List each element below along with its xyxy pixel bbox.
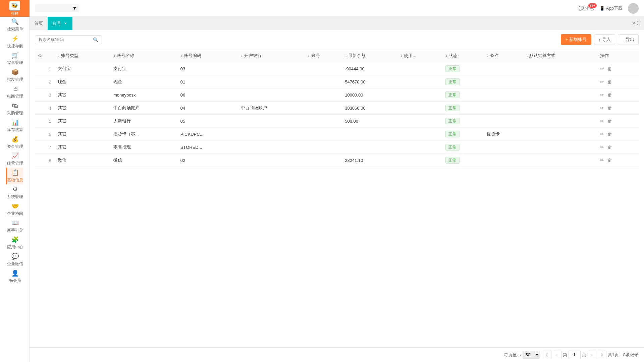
col-bank[interactable]: ↕ 开户银行 [238,49,305,62]
row-settings-7 [35,154,45,167]
delete-button-1[interactable]: 🗑 [607,79,612,84]
edit-button-7[interactable]: ✏ [600,158,604,163]
message-button[interactable]: 💬 消息 99+ [579,5,594,11]
delete-button-5[interactable]: 🗑 [607,131,612,137]
delete-button-3[interactable]: 🗑 [607,105,612,111]
sidebar-item-14[interactable]: 💬 企业微信 [6,251,23,268]
row-action-1: ✏ 🗑 [597,75,639,88]
tab-home[interactable]: 首页 [30,17,48,30]
delete-button-7[interactable]: 🗑 [607,158,612,163]
row-type-5: 其它 [55,128,111,141]
tab-accounts-close[interactable]: ✕ [63,21,68,26]
row-account-0 [305,62,342,75]
row-settings-2 [35,88,45,102]
page-size-selector[interactable]: 每页显示 50 20 100 [504,351,540,359]
row-balance-1: 547670.00 [342,75,398,88]
row-type-1: 现金 [55,75,111,88]
row-status-4: 正常 [443,115,484,128]
col-code[interactable]: ↕ 账号编码 [178,49,238,62]
sidebar-item-5[interactable]: 🛍 采购管理 [6,101,23,117]
sidebar-item-3[interactable]: 📦 批发管理 [6,67,23,84]
sidebar-item-11[interactable]: 🤝 企业协同 [6,201,23,218]
edit-button-5[interactable]: ✏ [600,131,604,137]
export-icon: ↓ [622,37,625,42]
col-balance[interactable]: ↕ 最新余额 [342,49,398,62]
delete-button-2[interactable]: 🗑 [607,92,612,98]
search-input[interactable] [39,37,91,42]
row-code-3: 04 [178,102,238,115]
sidebar-item-10[interactable]: ⚙ 系统管理 [6,184,23,201]
row-settlement-6 [523,141,597,154]
edit-button-2[interactable]: ✏ [600,92,604,98]
delete-button-6[interactable]: 🗑 [607,144,612,150]
col-type[interactable]: ↕ 账号类型 [55,49,111,62]
col-settlement[interactable]: ↕ 默认结算方式 [523,49,597,62]
col-status[interactable]: ↕ 状态 [443,49,484,62]
import-button[interactable]: ↑ 导入 [594,34,615,45]
topbar-search-box[interactable]: ▼ [35,4,79,12]
edit-button-4[interactable]: ✏ [600,118,604,124]
user-avatar[interactable] [628,3,639,14]
col-name[interactable]: ↕ 账号名称 [111,49,178,62]
row-settings-6 [35,141,45,154]
sidebar-item-4[interactable]: 🖥 电商管理 [6,84,23,101]
sidebar-icon-5: 🛍 [12,102,18,109]
tabbar: 首页 账号 ✕ ✕ ⛶ [30,17,644,30]
sidebar-item-9[interactable]: 📋 基础信息 [6,168,23,184]
sidebar-item-15[interactable]: 👤 畅会员 [6,268,23,285]
sidebar-item-6[interactable]: 📊 库存核算 [6,117,23,134]
close-icon: ✕ [632,21,636,26]
sidebar-label-10: 系统管理 [7,194,23,200]
sidebar-item-2[interactable]: 🛒 零售管理 [6,50,23,67]
row-action-0: ✏ 🗑 [597,62,639,75]
page-prev-button[interactable]: ‹ [553,351,561,359]
delete-button-0[interactable]: 🗑 [607,66,612,71]
sidebar-item-1[interactable]: ⚡ 快捷导航 [6,34,23,50]
app-download-button[interactable]: 📱 App下载 [599,5,623,11]
sidebar-item-7[interactable]: 💰 资金管理 [6,134,23,151]
sidebar-label-5: 采购管理 [7,110,23,116]
page-last-button[interactable]: ⟫ [598,351,606,359]
row-num-6: 7 [45,141,55,154]
edit-button-3[interactable]: ✏ [600,105,604,111]
sidebar-item-0[interactable]: 🔍 搜索菜单 [6,17,23,34]
sidebar-label-8: 经营管理 [7,161,23,166]
export-button[interactable]: ↓ 导出 [618,34,639,45]
col-num [45,49,55,62]
tab-accounts[interactable]: 账号 ✕ [48,17,72,30]
sidebar-icon-14: 💬 [11,253,19,260]
sidebar-item-8[interactable]: 📈 经营管理 [6,151,23,168]
col-remark[interactable]: ↕ 备注 [484,49,523,62]
app-logo: 🐝 拓蜂 [0,0,30,17]
page-next-button[interactable]: › [588,351,596,359]
row-remark-3 [484,102,523,115]
row-settlement-1 [523,75,597,88]
col-account[interactable]: ↕ 账号 [305,49,342,62]
col-usage[interactable]: ↕ 使用... [398,49,443,62]
col-settings[interactable]: ⚙ [35,49,45,62]
search-icon: 🔍 [93,37,98,42]
row-status-2: 正常 [443,88,484,102]
page-number-input[interactable] [569,351,581,359]
search-box[interactable]: 🔍 [35,35,102,44]
row-bank-7 [238,154,305,167]
page-size-select[interactable]: 50 20 100 [523,351,540,359]
row-bank-1 [238,75,305,88]
topbar-right: 💬 消息 99+ 📱 App下载 [579,3,639,14]
topbar-search-input[interactable] [38,6,71,11]
row-account-6 [305,141,342,154]
edit-button-0[interactable]: ✏ [600,66,604,71]
sidebar-icon-11: 🤝 [11,202,19,210]
add-account-button[interactable]: + 新增账号 [561,34,591,45]
sidebar-item-12[interactable]: 📖 新手引导 [6,218,23,235]
row-usage-6 [398,141,443,154]
delete-button-4[interactable]: 🗑 [607,118,612,124]
edit-button-1[interactable]: ✏ [600,79,604,84]
page-first-button[interactable]: ⟪ [543,351,551,359]
sidebar-label-6: 库存核算 [7,127,23,133]
row-name-4: 大新银行 [111,115,178,128]
sidebar-item-13[interactable]: 🧩 应用中心 [6,235,23,251]
fullscreen-button[interactable]: ✕ ⛶ [632,21,641,26]
edit-button-6[interactable]: ✏ [600,144,604,150]
pagination-footer: 每页显示 50 20 100 ⟪ ‹ 第 页 › ⟫ 共1页，8条记录 [30,347,644,362]
